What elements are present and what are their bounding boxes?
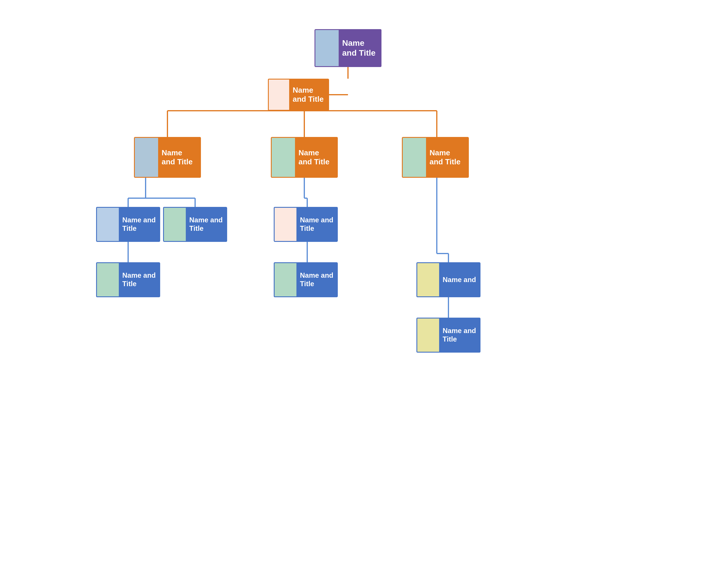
node-l3c-label: Name and Title (119, 263, 159, 297)
node-l3g[interactable]: Name and Title (416, 318, 480, 353)
node-l3e-avatar (275, 263, 296, 297)
node-l3d-avatar (275, 208, 296, 241)
node-l3b-avatar (164, 208, 186, 241)
node-l3e-label: Name and Title (296, 263, 337, 297)
node-l3f-avatar (417, 263, 439, 297)
node-l3a[interactable]: Name and Title (96, 207, 160, 242)
org-chart: Name and Title Name and Title Name and T… (0, 0, 728, 563)
node-l1-avatar (269, 80, 289, 110)
node-root-label: Name and Title (339, 30, 381, 66)
node-l2b[interactable]: Name and Title (271, 137, 338, 178)
node-l3g-label: Name and Title (439, 319, 480, 352)
node-root[interactable]: Name and Title (314, 29, 381, 67)
node-l2b-label: Name and Title (295, 138, 337, 177)
node-l3b-label: Name and Title (186, 208, 226, 241)
node-l3g-avatar (417, 319, 439, 352)
node-l2c-avatar (403, 138, 426, 177)
node-l2c-label: Name and Title (426, 138, 468, 177)
node-l2a[interactable]: Name and Title (134, 137, 201, 178)
node-l3f[interactable]: Name and (416, 262, 480, 297)
node-l3d[interactable]: Name and Title (274, 207, 338, 242)
node-l3c[interactable]: Name and Title (96, 262, 160, 297)
node-l2a-label: Name and Title (158, 138, 200, 177)
node-l3e[interactable]: Name and Title (274, 262, 338, 297)
node-l3c-avatar (97, 263, 119, 297)
node-l3a-avatar (97, 208, 119, 241)
node-l3b[interactable]: Name and Title (163, 207, 227, 242)
node-l1[interactable]: Name and Title (268, 79, 329, 111)
node-l3a-label: Name and Title (119, 208, 159, 241)
node-l2a-avatar (135, 138, 158, 177)
node-l2b-avatar (272, 138, 295, 177)
node-root-avatar (315, 30, 339, 66)
node-l3f-label: Name and (439, 263, 480, 297)
node-l3d-label: Name and Title (296, 208, 337, 241)
node-l1-label: Name and Title (289, 80, 328, 110)
node-l2c[interactable]: Name and Title (402, 137, 469, 178)
